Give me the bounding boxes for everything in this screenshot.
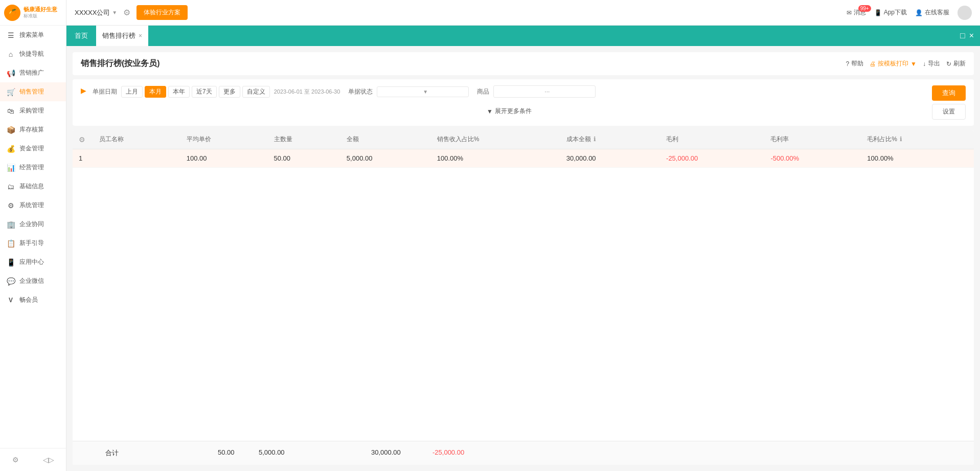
help-button[interactable]: ? 帮助 xyxy=(846,59,863,68)
message-button[interactable]: ✉ 消息 99+ xyxy=(847,8,866,17)
app-label: App下载 xyxy=(884,8,907,17)
sidebar-item-wechat[interactable]: 💬 企业微信 xyxy=(0,272,66,290)
goods-label: 商品 xyxy=(477,87,489,96)
sidebar-item-enterprise[interactable]: 🏢 企业协同 xyxy=(0,215,66,234)
page-title: 销售排行榜(按业务员) xyxy=(81,58,160,69)
sidebar-item-label: 基础信息 xyxy=(19,182,44,191)
export-button[interactable]: ↓ 导出 xyxy=(923,59,940,68)
tab-close-icon[interactable]: × xyxy=(139,32,142,39)
status-label: 单据状态 xyxy=(348,87,373,96)
sidebar-item-label: 企业协同 xyxy=(19,220,44,229)
sidebar-logo: 🍊 畅康通好生意 标准版 xyxy=(0,0,66,26)
col-gross-ratio-header: 毛利占比% ℹ xyxy=(861,130,974,149)
date-btn-current-month[interactable]: 本月 xyxy=(145,86,166,98)
expand-conditions-button[interactable]: ▼ 展开更多条件 xyxy=(487,107,532,116)
filter-expand-arrow[interactable]: ▶ xyxy=(81,85,86,95)
footer-sales-ratio xyxy=(304,446,365,460)
sidebar-item-purchase[interactable]: 🛍 采购管理 xyxy=(0,101,66,120)
refresh-button[interactable]: ↻ 刷新 xyxy=(946,59,966,68)
footer-cost: 30,000.00 xyxy=(365,446,426,460)
service-label: 在线客服 xyxy=(925,8,949,17)
col-avg-price-header: 平均单价 xyxy=(180,130,268,149)
app-download-button[interactable]: 📱 App下载 xyxy=(874,8,907,17)
message-badge: 99+ xyxy=(858,5,871,12)
tab-sales-ranking[interactable]: 销售排行榜 × xyxy=(96,26,148,46)
sidebar-item-quick-nav[interactable]: ⌂ 快捷导航 xyxy=(0,44,66,63)
col-quantity-header: 主数量 xyxy=(268,130,340,149)
goods-select[interactable]: ··· xyxy=(493,85,596,98)
inventory-icon: 📦 xyxy=(6,126,15,134)
filter-bar: ▶ 单据日期 上月 本月 本年 近7天 更多 自定义 xyxy=(73,79,974,126)
sidebar-item-search[interactable]: ☰ 搜索菜单 xyxy=(0,26,66,44)
sidebar-item-marketing[interactable]: 📢 营销推广 xyxy=(0,63,66,82)
filter-row-main: 单据日期 上月 本月 本年 近7天 更多 自定义 2023-06-01 至 20… xyxy=(93,85,926,98)
apps-icon: 📱 xyxy=(6,258,15,266)
sidebar-item-guide[interactable]: 📋 新手引导 xyxy=(0,234,66,253)
date-btn-prev-month[interactable]: 上月 xyxy=(121,86,143,98)
table-body: 1 100.00 50.00 5,000.00 100.00% 30,000.0… xyxy=(73,149,974,168)
date-btn-7days[interactable]: 近7天 xyxy=(192,86,217,98)
sidebar-item-basic[interactable]: 🗂 基础信息 xyxy=(0,177,66,196)
col-gross-rate-header: 毛利率 xyxy=(764,130,861,149)
sidebar-item-finance[interactable]: 💰 资金管理 xyxy=(0,139,66,158)
gross-ratio-info-icon[interactable]: ℹ xyxy=(900,136,902,143)
sidebar-item-inventory[interactable]: 📦 库存核算 xyxy=(0,120,66,139)
user-avatar[interactable] xyxy=(958,6,972,20)
sidebar-item-label: 经营管理 xyxy=(19,163,44,172)
sidebar-item-label: 库存核算 xyxy=(19,125,44,134)
sidebar-nav: ☰ 搜索菜单 ⌂ 快捷导航 📢 营销推广 🛒 销售管理 🛍 采购管理 📦 库存核… xyxy=(0,26,66,448)
sidebar-item-label: 企业微信 xyxy=(19,277,44,285)
cell-gross-ratio: 100.00% xyxy=(861,149,974,168)
logo-icon: 🍊 xyxy=(4,5,20,21)
date-btn-more[interactable]: 更多 xyxy=(219,86,240,98)
footer-amount: 5,000.00 xyxy=(253,446,304,460)
cost-info-icon[interactable]: ℹ xyxy=(594,136,596,143)
date-filter-options: 上月 本月 本年 近7天 更多 自定义 2023-06-01 至 2023-06… xyxy=(121,86,340,98)
table-container: ⚙ 员工名称 平均单价 主数量 xyxy=(73,130,974,465)
sidebar-item-apps[interactable]: 📱 应用中心 xyxy=(0,253,66,272)
col-name-header: 员工名称 xyxy=(93,130,180,149)
tabbar-actions: □ × xyxy=(960,31,980,40)
column-settings-icon[interactable]: ⚙ xyxy=(79,136,85,144)
cell-cost: 30,000.00 xyxy=(560,149,660,168)
date-btn-custom[interactable]: 自定义 xyxy=(242,86,270,98)
sidebar-item-sales[interactable]: 🛒 销售管理 xyxy=(0,82,66,101)
help-icon: ? xyxy=(846,60,849,68)
settings-bottom-btn[interactable]: ⚙ xyxy=(9,453,22,467)
date-btn-current-year[interactable]: 本年 xyxy=(168,86,190,98)
company-selector[interactable]: XXXXX公司 ▼ xyxy=(75,8,117,17)
filter-expand-row: ▼ 展开更多条件 xyxy=(93,103,926,116)
col-cost-header: 成本全额 ℹ xyxy=(560,130,660,149)
refresh-icon: ↻ xyxy=(946,60,951,68)
tab-home[interactable]: 首页 xyxy=(66,26,96,46)
sidebar: 🍊 畅康通好生意 标准版 ☰ 搜索菜单 ⌂ 快捷导航 📢 营销推广 🛒 销售管理… xyxy=(0,0,66,471)
trial-button[interactable]: 体验行业方案 xyxy=(136,5,188,20)
sidebar-item-operation[interactable]: 📊 经营管理 xyxy=(0,158,66,177)
setting-button[interactable]: 设置 xyxy=(932,104,966,120)
logo-badge: 标准版 xyxy=(24,13,57,19)
query-button[interactable]: 查询 xyxy=(932,85,966,101)
settings-gear-icon[interactable]: ⚙ xyxy=(123,8,130,17)
topbar: XXXXX公司 ▼ ⚙ 体验行业方案 ✉ 消息 99+ 📱 App下载 👤 在线… xyxy=(66,0,980,26)
print-button[interactable]: 🖨 按模板打印 ▼ xyxy=(870,59,917,68)
table-wrapper: ⚙ 员工名称 平均单价 主数量 xyxy=(73,130,974,441)
print-dropdown-icon: ▼ xyxy=(910,60,917,68)
sales-icon: 🛒 xyxy=(6,88,15,96)
sidebar-item-member[interactable]: V 畅会员 xyxy=(0,290,66,309)
sidebar-item-label: 搜索菜单 xyxy=(19,31,44,39)
status-select[interactable]: ▼ xyxy=(377,86,469,97)
sidebar-item-label: 营销推广 xyxy=(19,69,44,77)
restore-window-icon[interactable]: □ xyxy=(960,31,965,40)
cell-gross-rate: -500.00% xyxy=(764,149,861,168)
app-icon: 📱 xyxy=(874,9,882,16)
cell-rank: 1 xyxy=(73,149,93,168)
sidebar-item-system[interactable]: ⚙ 系统管理 xyxy=(0,196,66,215)
close-window-icon[interactable]: × xyxy=(969,31,974,40)
footer-cells: 合计 50.00 5,000.00 30,000.00 -25,000.00 xyxy=(79,446,968,460)
online-service-button[interactable]: 👤 在线客服 xyxy=(915,8,949,17)
sidebar-bottom: ⚙ ◁▷ xyxy=(0,448,66,471)
col-amount-header: 全额 xyxy=(340,130,431,149)
collapse-btn[interactable]: ◁▷ xyxy=(40,453,57,467)
home-icon: ⌂ xyxy=(6,50,15,58)
cell-sales-ratio: 100.00% xyxy=(431,149,560,168)
